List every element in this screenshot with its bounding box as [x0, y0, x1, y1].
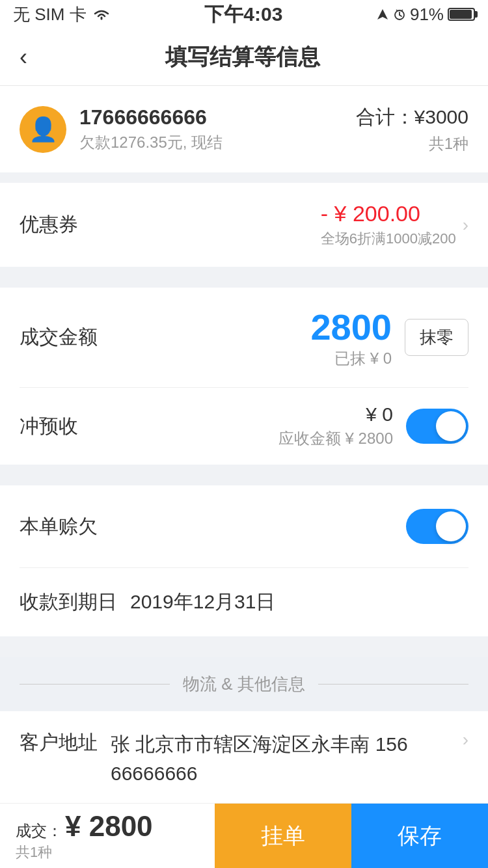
alarm-icon	[393, 8, 406, 21]
chevron-right-icon: ›	[463, 215, 468, 236]
footer-deal-label: 成交：	[16, 821, 62, 841]
deal-amount-sub: 已抹 ¥ 0	[310, 348, 392, 369]
date-value: 2019年12月31日	[130, 589, 275, 616]
prepay-right: ¥ 0 应收金额 ¥ 2800	[278, 403, 468, 449]
footer-count: 共1种	[16, 843, 199, 862]
customer-sub: 欠款1276.35元, 现结	[79, 132, 356, 153]
footer-deal-amount: ¥ 2800	[65, 810, 153, 843]
toggle-knob	[436, 411, 466, 441]
status-right: 91%	[376, 5, 475, 25]
address-label: 客户地址	[20, 729, 98, 756]
avatar-icon: 👤	[29, 116, 58, 143]
deal-amount-label: 成交金额	[20, 324, 98, 351]
customer-row: 👤 17666666666 欠款1276.35元, 现结 合计：¥3000 共1…	[0, 86, 488, 172]
prepay-label: 冲预收	[20, 413, 78, 440]
svg-marker-0	[377, 9, 388, 20]
customer-card: 👤 17666666666 欠款1276.35元, 现结 合计：¥3000 共1…	[0, 86, 488, 172]
nav-title: 填写结算等信息	[40, 42, 445, 72]
sim-text: 无 SIM 卡	[13, 3, 87, 26]
wifi-icon	[92, 7, 111, 21]
date-label: 收款到期日	[20, 589, 117, 616]
address-value: 张 北京市市辖区海淀区永丰南 156 66666666	[111, 729, 463, 788]
debt-toggle[interactable]	[406, 509, 468, 544]
prepay-row: 冲预收 ¥ 0 应收金额 ¥ 2800	[0, 388, 488, 465]
section-gap-1	[0, 277, 488, 288]
customer-amount: 合计：¥3000 共1种	[356, 104, 468, 154]
back-button[interactable]: ‹	[20, 44, 27, 71]
date-row: 收款到期日 2019年12月31日	[0, 568, 488, 636]
section-gap-2	[0, 475, 488, 485]
footer-bar: 成交： ¥ 2800 共1种 挂单 保存	[0, 803, 488, 868]
deal-amount-right: 2800 已抹 ¥ 0 抹零	[310, 306, 468, 369]
section-header-text: 物流 & 其他信息	[183, 673, 305, 696]
status-time: 下午4:03	[204, 1, 282, 28]
prepay-toggle[interactable]	[406, 409, 468, 444]
nav-bar: ‹ 填写结算等信息	[0, 29, 488, 86]
coupon-right: - ¥ 200.00 全场6折满1000减200 ›	[321, 201, 468, 249]
deal-amount-row: 成交金额 2800 已抹 ¥ 0 抹零	[0, 288, 488, 387]
status-bar: 无 SIM 卡 下午4:03 91%	[0, 0, 488, 29]
deal-amount-card: 成交金额 2800 已抹 ¥ 0 抹零 冲预收 ¥ 0 应收金额 ¥ 2800	[0, 288, 488, 465]
coupon-row[interactable]: 优惠券 - ¥ 200.00 全场6折满1000减200 ›	[0, 183, 488, 267]
coupon-info: - ¥ 200.00 全场6折满1000减200	[321, 201, 456, 249]
prepay-info: ¥ 0 应收金额 ¥ 2800	[278, 403, 393, 449]
coupon-desc: 全场6折满1000减200	[321, 229, 456, 249]
battery-percent: 91%	[410, 5, 444, 25]
hang-button[interactable]: 挂单	[215, 804, 351, 868]
coupon-discount: - ¥ 200.00	[321, 201, 456, 226]
content-area: 👤 17666666666 欠款1276.35元, 现结 合计：¥3000 共1…	[0, 86, 488, 868]
section-header: 物流 & 其他信息	[0, 657, 488, 711]
battery-icon	[448, 8, 475, 21]
debt-card: 本单赊欠 收款到期日 2019年12月31日	[0, 485, 488, 636]
svg-line-3	[400, 15, 401, 16]
debt-row: 本单赊欠	[0, 485, 488, 567]
address-chevron-icon: ›	[463, 729, 468, 750]
coupon-label: 优惠券	[20, 211, 78, 238]
header-line-left	[20, 684, 170, 685]
header-line-right	[318, 684, 468, 685]
location-icon	[376, 8, 389, 21]
footer-info: 成交： ¥ 2800 共1种	[0, 804, 215, 868]
prepay-amount: ¥ 0	[278, 403, 393, 426]
customer-phone: 17666666666	[79, 105, 356, 129]
address-card[interactable]: 客户地址 张 北京市市辖区海淀区永丰南 156 66666666 ›	[0, 711, 488, 806]
deal-amount-value: 2800	[310, 306, 392, 348]
prepay-sub: 应收金额 ¥ 2800	[278, 428, 393, 449]
coupon-card[interactable]: 优惠券 - ¥ 200.00 全场6折满1000减200 ›	[0, 183, 488, 267]
section-gap-3	[0, 647, 488, 657]
avatar: 👤	[20, 106, 66, 153]
customer-info: 17666666666 欠款1276.35元, 现结	[79, 105, 356, 153]
debt-label: 本单赊欠	[20, 513, 98, 540]
status-left: 无 SIM 卡	[13, 3, 111, 26]
round-button[interactable]: 抹零	[405, 319, 468, 356]
footer-deal-row: 成交： ¥ 2800	[16, 810, 199, 843]
address-row[interactable]: 客户地址 张 北京市市辖区海淀区永丰南 156 66666666 ›	[0, 711, 488, 806]
deal-amount-info: 2800 已抹 ¥ 0	[310, 306, 392, 369]
amount-count: 共1种	[356, 133, 468, 154]
amount-total: 合计：¥3000	[356, 104, 468, 131]
debt-toggle-knob	[436, 511, 466, 541]
save-button[interactable]: 保存	[351, 804, 488, 868]
